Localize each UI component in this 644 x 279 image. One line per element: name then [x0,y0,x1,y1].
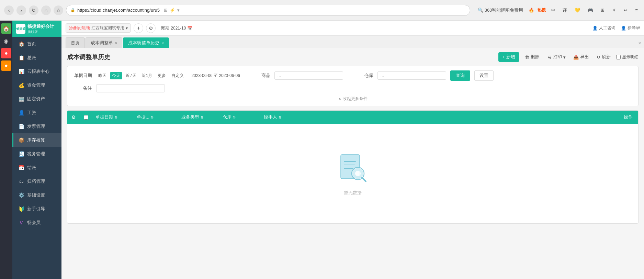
sidebar-item-ledger[interactable]: 📋 总账 [12,51,61,65]
scissors-btn[interactable]: ✂ [549,6,557,14]
company-name: 江西服宝测试专用 [91,25,124,31]
iconbar-item1[interactable]: ◉ [1,36,11,46]
sidebar-item-closing[interactable]: 📅 结账 [12,161,61,175]
tab-bar: 首页 成本调整单 × 成本调整单历史 × × [61,36,644,48]
browser-dropdown-icon[interactable]: ▾ [177,8,180,13]
tab-cost-adjust-close[interactable]: × [115,41,117,45]
sidebar-item-funds[interactable]: 💰 资金管理 [12,78,61,92]
remark-input[interactable] [96,84,165,92]
sidebar-item-reports[interactable]: 📊 云报表中心 [12,65,61,78]
new-btn[interactable]: + 新增 [498,52,519,62]
grid-btn[interactable]: ⊞ [599,6,607,14]
shortcut-yesterday[interactable]: 昨天 [96,72,109,79]
iconbar-home[interactable]: 🏠 [1,23,11,34]
goods-selector[interactable]: ... [274,71,343,80]
period-value: 2021-10 [171,26,186,31]
top-bar-right: 👤 人工咨询 👤 徐泽华 [592,25,640,31]
collapse-btn[interactable]: ∧ 收起更多条件 [338,96,368,102]
th-no-sort-icon: ⇅ [151,115,154,119]
sidebar-item-member[interactable]: V 畅会员 [12,216,61,230]
sidebar-label-member: 畅会员 [27,220,41,226]
display-cols-label[interactable]: 显示明细 [616,54,639,60]
iconbar-item3[interactable]: ● [1,60,11,71]
th-type[interactable]: 业务类型 ⇅ [178,114,219,120]
translate-btn[interactable]: 译 [561,6,569,15]
delete-icon: 🗑 [525,55,529,60]
company-selector[interactable]: (勿删勿禁用) 江西服宝测试专用 ▾ [66,23,131,33]
sidebar-item-inventory[interactable]: 📦 库存核算 [12,133,61,147]
collapse-row: ∧ 收起更多条件 [73,96,633,102]
refresh-button[interactable]: ↻ [29,5,38,15]
refresh-btn[interactable]: ↻ 刷新 [595,53,613,62]
th-check[interactable] [80,115,92,120]
print-icon: 🖨 [547,55,552,60]
calendar-icon[interactable]: 📅 [187,26,192,31]
print-btn[interactable]: 🖨 打印 ▾ [545,53,568,62]
game-btn[interactable]: 🎮 [586,6,595,14]
tab-cost-adjust[interactable]: 成本调整单 × [86,37,122,48]
sidebar-item-payroll[interactable]: 👤 工资 [12,106,61,120]
sidebar-item-fixed-assets[interactable]: 🏢 固定资产 [12,92,61,106]
company-dropdown-icon: ▾ [126,26,128,31]
tab-cost-adjust-history-close[interactable]: × [161,41,163,45]
export-btn[interactable]: 📤 导出 [571,53,591,62]
sidebar-label-settings: 基础设置 [27,192,45,198]
sidebar-item-archive[interactable]: 🗂 归档管理 [12,175,61,188]
tab-cost-adjust-history[interactable]: 成本调整单历史 × [123,37,169,48]
warehouse-selector[interactable]: ... [377,71,446,80]
sidebar-item-home[interactable]: 🏠 首页 [12,37,61,51]
filter-settings-btn[interactable]: 设置 [474,70,494,81]
payroll-icon: 👤 [18,110,24,115]
sidebar-label-archive: 归档管理 [27,178,45,185]
undo-btn[interactable]: ↩ [622,6,630,14]
query-btn[interactable]: 查询 [450,70,470,81]
search-btn[interactable]: 🔍 360智能抠图免费用 [476,6,525,15]
th-operator[interactable]: 经手人 ⇅ [260,114,302,120]
company-warning: (勿删勿禁用) [69,25,90,31]
brightness-btn[interactable]: ☀ [610,6,618,14]
home-button[interactable]: ⌂ [41,5,51,15]
star-button[interactable]: ☆ [54,5,63,15]
th-settings[interactable]: ⚙ [67,114,80,120]
browser-lightning-icon: ⚡ [170,8,175,13]
company-settings-btn[interactable]: ⚙ [146,23,156,33]
add-company-btn[interactable]: + [134,23,143,33]
th-date[interactable]: 单据日期 ⇅ [92,114,133,120]
display-cols-checkbox[interactable] [616,55,621,59]
sidebar-item-guide[interactable]: 🔰 新手引导 [12,202,61,216]
th-no[interactable]: 单据... ⇅ [133,114,178,120]
page-title: 成本调整单历史 [67,53,498,61]
wallet-btn[interactable]: 💛 [573,6,582,14]
shortcut-more[interactable]: 更多 [156,72,168,79]
address-bar[interactable]: 🔒 https://cloud.chanjet.com/accounting/u… [66,5,470,16]
window-close-btn[interactable]: × [635,39,644,48]
menu-btn[interactable]: ≡ [633,6,640,14]
guide-icon: 🔰 [18,206,24,212]
closing-icon: 📅 [18,165,24,170]
shortcut-1month[interactable]: 近1月 [140,72,155,79]
sidebar-item-invoice[interactable]: 📄 发票管理 [12,120,61,133]
th-warehouse-sort-icon: ⇅ [233,115,236,119]
user-avatar[interactable]: 👤 徐泽华 [621,25,640,31]
iconbar-item2[interactable]: ● [1,48,11,58]
consultant-icon: 👤 [592,26,598,31]
tab-home[interactable]: 首页 [66,37,85,48]
sidebar-item-settings[interactable]: ⚙️ 基础设置 [12,188,61,202]
shortcut-7days[interactable]: 近7天 [124,72,138,79]
th-warehouse[interactable]: 仓库 ⇅ [219,114,260,120]
sidebar-label-funds: 资金管理 [27,82,45,88]
date-filter-label: 单据日期 [73,72,92,79]
select-all-checkbox[interactable] [84,115,88,120]
sidebar-item-tax[interactable]: 🧾 税务管理 [12,147,61,161]
shortcut-custom[interactable]: 自定义 [169,72,186,79]
collapse-icon: ∧ [338,97,341,101]
sidebar-header[interactable]: 畅捷通 畅捷通好会计 旗舰版 [12,21,61,37]
app-logo: 畅捷通 [16,24,25,34]
shortcut-today[interactable]: 今天 [110,72,122,79]
back-button[interactable]: ‹ [4,5,14,15]
empty-state: 暂无数据 [67,124,638,223]
consultant-btn[interactable]: 👤 人工咨询 [592,25,615,31]
delete-btn[interactable]: 🗑 删除 [523,53,542,62]
th-operator-label: 经手人 [264,114,277,120]
forward-button[interactable]: › [16,5,26,15]
